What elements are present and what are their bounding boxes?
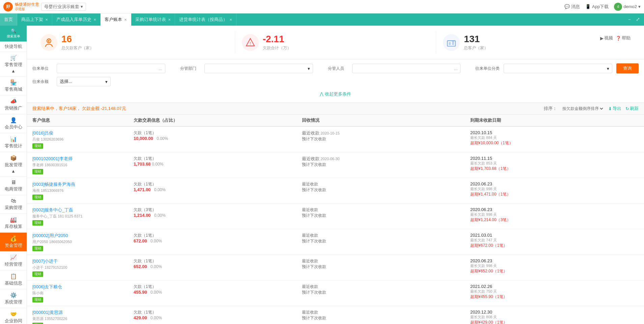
refresh-button[interactable]: ↻ 刷新 bbox=[625, 106, 639, 112]
sidebar-item-retail-store[interactable]: 🏪 零售商城 bbox=[0, 77, 27, 95]
sidebar-item-enterprise-collab[interactable]: 🤝 企业协同 bbox=[0, 308, 27, 324]
table-row: [0006]去下粮仓 陈小南 现销 欠款（1笔） 455.90 0.00% 最近… bbox=[27, 281, 644, 306]
view-video-button[interactable]: ▶ 视频 bbox=[600, 35, 613, 41]
sidebar-item-basic-info[interactable]: 📋 基础信息 bbox=[0, 270, 27, 289]
overdue-link-5[interactable]: 超期¥672.00（1笔） bbox=[470, 243, 639, 248]
due-date-2: 2020.11.15 bbox=[470, 156, 639, 161]
tab-purchase-order-summary-close[interactable]: ✕ bbox=[168, 18, 171, 22]
sidebar-item-member[interactable]: 👤 会员中心 bbox=[0, 114, 27, 133]
from-unit-input[interactable]: ... bbox=[57, 64, 165, 73]
sort-select[interactable]: 按欠款金额倒序排序 bbox=[561, 106, 604, 111]
collapse-filters-button[interactable]: ⋀ 收起更多条件 bbox=[32, 90, 639, 98]
customer-name-8[interactable]: 黄思源 bbox=[50, 310, 63, 315]
tab-minimize-icon[interactable]: － bbox=[626, 16, 633, 23]
customer-name-5[interactable]: 用户2050 bbox=[50, 233, 68, 238]
due-date-5: 2021.03.01 bbox=[470, 233, 639, 238]
sidebar-item-batch-mgmt[interactable]: 📦 批发管理 ▲ bbox=[0, 152, 27, 177]
sidebar-item-finance[interactable]: 💰 资金管理 bbox=[0, 233, 27, 252]
customer-info-cell: [0002]服务中心_丁磊 服务中心_丁磊 181 0125 8371 现销 bbox=[32, 207, 134, 226]
customer-code-6[interactable]: [0007] bbox=[32, 259, 45, 264]
tab-production-history[interactable]: 产成品入库单历史 ✕ bbox=[52, 13, 101, 26]
tab-product-shelf[interactable]: 商品上下架 ✕ bbox=[17, 13, 52, 26]
dept-select[interactable]: ▾ bbox=[204, 64, 313, 73]
sidebar-item-marketing-label: 营销推广 bbox=[5, 105, 22, 111]
customer-name-4[interactable]: 服务中心_丁磊 bbox=[45, 207, 73, 212]
customer-code-2[interactable]: [0001020001] bbox=[32, 156, 59, 161]
tab-maximize-icon[interactable]: ⤢ bbox=[635, 16, 641, 23]
tab-production-history-close[interactable]: ✕ bbox=[93, 18, 96, 22]
overdue-link-1[interactable]: 超期¥10,000.00（1笔） bbox=[470, 140, 639, 146]
tab-purchase-summary-by-product[interactable]: 进货单统计表（按商品） ✕ bbox=[175, 13, 236, 26]
tab-home[interactable]: 首页 bbox=[0, 13, 17, 26]
customer-name-3[interactable]: 畅捷服务尹海燕 bbox=[45, 182, 75, 187]
help-button[interactable]: ❓ 帮助 bbox=[616, 35, 631, 41]
tab-purchase-order-summary[interactable]: 采购订单统计表 ✕ bbox=[131, 13, 175, 26]
batch-mgmt-icon: 📦 bbox=[10, 155, 17, 161]
customer-code-5[interactable]: [000002] bbox=[32, 233, 50, 238]
unit-category-dropdown-icon: ▾ bbox=[607, 66, 609, 71]
overdue-link-7[interactable]: 超期¥455.90（1笔） bbox=[470, 294, 639, 300]
due-date-cell: 2021.03.01 最长欠款 747 天 超期¥672.00（1笔） bbox=[470, 233, 639, 248]
person-input[interactable]: ... bbox=[352, 64, 461, 73]
overdue-customers-icon: ¥ bbox=[40, 34, 57, 51]
customer-code-1[interactable]: [0016] bbox=[32, 130, 45, 136]
debt-count-4: 欠款（3笔） bbox=[134, 207, 302, 213]
app-download-button[interactable]: 📱 App下载 bbox=[585, 4, 609, 10]
tab-customer-account-close[interactable]: ✕ bbox=[124, 18, 127, 22]
overdue-link-2[interactable]: 超期¥1,703.68（1笔） bbox=[470, 166, 639, 172]
overdue-link-8[interactable]: 超期¥429.00（1笔） bbox=[470, 320, 639, 324]
sidebar-item-system[interactable]: ⚙️ 系统管理 bbox=[0, 289, 27, 308]
overdue-link-6[interactable]: 超期¥652.00（1笔） bbox=[470, 268, 639, 274]
sidebar-item-retail-mgmt[interactable]: 🛒 零售管理 ▲ bbox=[0, 52, 27, 77]
company-selector[interactable]: 母婴行业演示账套 ▾ bbox=[41, 3, 86, 11]
overdue-link-3[interactable]: 超期¥1,471.00（1笔） bbox=[470, 192, 639, 197]
table-row: [000001]黄思源 黄思源 13552700226 现销 欠款（1笔） 42… bbox=[27, 306, 644, 324]
user-profile[interactable]: d demo2 ▾ bbox=[614, 3, 641, 11]
filter-row-2: 往来余额 选择... ▾ bbox=[32, 77, 639, 86]
stat-overdue-customers: ¥ 16 总欠款客户（家） bbox=[34, 31, 235, 54]
message-button[interactable]: 💬 消息 bbox=[564, 4, 580, 10]
customer-code-4[interactable]: [0002] bbox=[32, 207, 45, 212]
sidebar-item-ops[interactable]: 📈 经营管理 bbox=[0, 252, 27, 270]
svg-rect-5 bbox=[449, 42, 451, 45]
message-icon: 💬 bbox=[564, 4, 570, 9]
customer-name-2[interactable]: 李老师 bbox=[59, 156, 73, 161]
sidebar-search-label: 搜索菜单 bbox=[3, 34, 24, 39]
customer-name-6[interactable]: 小进干 bbox=[45, 259, 58, 264]
sidebar-quick-nav[interactable]: 快捷导航 bbox=[0, 41, 27, 52]
due-date-7: 2021.02.26 bbox=[470, 284, 639, 289]
sidebar-item-warehouse[interactable]: 🏭 库存核算 bbox=[0, 214, 27, 233]
balance-select[interactable]: 选择... ▾ bbox=[57, 77, 111, 86]
customer-code-8[interactable]: [000001] bbox=[32, 310, 50, 315]
tab-product-shelf-close[interactable]: ✕ bbox=[45, 18, 48, 22]
customer-code-7[interactable]: [0006] bbox=[32, 284, 45, 289]
total-customers-icon bbox=[443, 34, 460, 51]
svg-text:!: ! bbox=[250, 41, 251, 46]
customer-phone-8: 黄思源 13552700226 bbox=[32, 316, 134, 321]
sidebar-item-ecommerce[interactable]: 🖥 电商管理 bbox=[0, 177, 27, 195]
sidebar-item-purchase[interactable]: 🛍 采购管理 bbox=[0, 195, 27, 214]
due-date-3: 2020.06.23 bbox=[470, 181, 639, 186]
unit-category-select[interactable]: ▾ bbox=[504, 64, 612, 73]
debt-percent-val-4: 0.00% bbox=[152, 213, 166, 218]
export-button[interactable]: ⬇ 导出 bbox=[608, 106, 621, 112]
customer-info-cell: [0016]吕俊 吕俊 13026203696 现销 bbox=[32, 130, 134, 149]
debt-percent-val-8: 0.00% bbox=[148, 316, 162, 320]
sidebar-item-retail-stats[interactable]: 📊 零售统计 bbox=[0, 133, 27, 152]
nav-tabs: 首页 商品上下架 ✕ 产成品入库单历史 ✕ 客户账本 ✕ 采购订单统计表 ✕ 进… bbox=[0, 13, 644, 26]
sidebar-item-ops-label: 经营管理 bbox=[5, 261, 22, 267]
overdue-link-4[interactable]: 超期¥1,214.00（3笔） bbox=[470, 217, 639, 223]
company-name: 母婴行业演示账套 bbox=[44, 4, 79, 10]
sidebar-item-marketing[interactable]: 📣 营销推广 bbox=[0, 95, 27, 114]
debt-amount-8: 429.00 bbox=[134, 315, 147, 320]
tab-customer-account[interactable]: 客户账本 ✕ bbox=[101, 13, 131, 26]
customer-code-3[interactable]: [0003] bbox=[32, 182, 45, 187]
tab-purchase-summary-by-product-close[interactable]: ✕ bbox=[229, 18, 232, 22]
sidebar-item-finance-label: 资金管理 bbox=[5, 242, 22, 248]
customer-name-7[interactable]: 去下粮仓 bbox=[45, 284, 62, 289]
due-date-cell: 2021.02.26 最长欠款 750 天 超期¥455.90（1笔） bbox=[470, 284, 639, 300]
search-button[interactable]: 查询 bbox=[616, 63, 639, 73]
customer-name-1[interactable]: 吕俊 bbox=[45, 130, 53, 136]
sort-label: 排序： bbox=[544, 106, 557, 112]
sidebar-search[interactable]: 🔍 搜索菜单 bbox=[0, 26, 27, 41]
